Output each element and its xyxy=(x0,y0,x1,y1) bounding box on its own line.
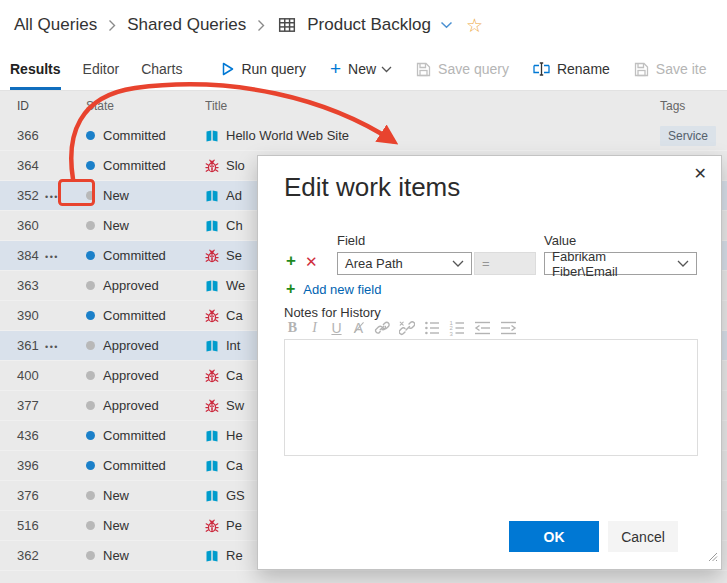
cell-state: Approved xyxy=(86,398,205,413)
state-dot-icon xyxy=(86,191,95,200)
query-menu-chevron-icon[interactable] xyxy=(440,21,453,29)
cell-state: Approved xyxy=(86,338,205,353)
value-dropdown[interactable]: Fabrikam Fiber\Email xyxy=(544,252,697,275)
unlink-icon[interactable] xyxy=(399,320,415,336)
breadcrumb: All Queries Shared Queries Product Backl… xyxy=(14,10,483,40)
close-icon[interactable]: ✕ xyxy=(694,164,707,183)
cell-id: 362 xyxy=(0,548,43,563)
richtext-toolbar: B I U A 123 xyxy=(286,320,517,336)
cell-state: Committed xyxy=(86,458,205,473)
cell-state: New xyxy=(86,518,205,533)
cell-id: 352 xyxy=(0,188,43,203)
notes-textarea[interactable] xyxy=(284,339,698,456)
cell-id: 376 xyxy=(0,488,43,503)
bulleted-list-icon[interactable] xyxy=(424,320,440,336)
backlog-item-icon xyxy=(205,339,219,353)
chevron-down-icon[interactable] xyxy=(381,66,392,73)
breadcrumb-shared-queries[interactable]: Shared Queries xyxy=(127,15,246,35)
bold-icon[interactable]: B xyxy=(286,320,299,336)
cell-id: 436 xyxy=(0,428,43,443)
cell-state: New xyxy=(86,548,205,563)
context-menu-icon[interactable]: ••• xyxy=(45,252,59,262)
command-bar: Results Editor Charts Run query + New Sa… xyxy=(0,48,727,90)
field-dropdown[interactable]: Area Path xyxy=(337,252,472,275)
bug-icon xyxy=(205,159,219,173)
save-items-button[interactable]: Save ite xyxy=(634,48,707,90)
context-menu-icon[interactable]: ••• xyxy=(45,342,59,352)
run-query-button[interactable]: Run query xyxy=(222,48,306,90)
remove-clause-icon[interactable]: ✕ xyxy=(305,253,318,271)
cell-id: 377 xyxy=(0,398,43,413)
cell-id: 516 xyxy=(0,518,43,533)
tab-results[interactable]: Results xyxy=(10,48,61,90)
state-dot-icon xyxy=(86,431,95,440)
cell-title[interactable]: Hello World Web Site xyxy=(205,128,660,143)
state-dot-icon xyxy=(86,251,95,260)
play-icon xyxy=(222,62,234,76)
numbered-list-icon[interactable]: 123 xyxy=(449,320,465,336)
resize-gripper[interactable] xyxy=(707,548,718,566)
backlog-item-icon xyxy=(205,129,219,143)
breadcrumb-current-query: Product Backlog xyxy=(307,15,431,35)
backlog-item-icon xyxy=(205,459,219,473)
cell-state: Committed xyxy=(86,428,205,443)
plus-icon: + xyxy=(330,59,341,78)
clear-format-icon[interactable]: A xyxy=(352,320,365,336)
cell-state: Committed xyxy=(86,128,205,143)
cell-state: Approved xyxy=(86,368,205,383)
indent-icon[interactable] xyxy=(500,320,517,336)
column-header-id[interactable]: ID xyxy=(0,99,43,113)
italic-icon[interactable]: I xyxy=(308,320,321,336)
backlog-item-icon xyxy=(205,489,219,503)
svg-text:3: 3 xyxy=(450,331,454,336)
cell-id: 361 xyxy=(0,338,43,353)
cell-id: 360 xyxy=(0,218,43,233)
table-row[interactable]: 366 ••• Committed Hello World Web Site S… xyxy=(0,121,727,151)
cell-state: New xyxy=(86,188,205,203)
add-clause-icon[interactable]: + xyxy=(286,251,296,271)
cell-state: Approved xyxy=(86,278,205,293)
state-dot-icon xyxy=(86,491,95,500)
state-dot-icon xyxy=(86,551,95,560)
rename-button[interactable]: Rename xyxy=(533,48,610,90)
operator-field: = xyxy=(474,252,536,275)
state-dot-icon xyxy=(86,161,95,170)
cell-state: New xyxy=(86,488,205,503)
tab-editor[interactable]: Editor xyxy=(83,48,120,90)
link-icon[interactable] xyxy=(374,320,390,336)
state-dot-icon xyxy=(86,131,95,140)
cell-id: 366 xyxy=(0,128,43,143)
ok-button[interactable]: OK xyxy=(509,521,599,552)
tab-charts[interactable]: Charts xyxy=(141,48,182,90)
chevron-right-icon xyxy=(108,19,116,32)
backlog-item-icon xyxy=(205,279,219,293)
outdent-icon[interactable] xyxy=(474,320,491,336)
edit-work-items-dialog: ✕ Edit work items + ✕ Field Area Path = … xyxy=(257,155,722,570)
plus-icon: + xyxy=(286,281,295,297)
grid-header-row: ID State Title Tags xyxy=(0,91,727,121)
state-dot-icon xyxy=(86,521,95,530)
cancel-button[interactable]: Cancel xyxy=(608,521,678,552)
cell-id: 363 xyxy=(0,278,43,293)
dialog-title: Edit work items xyxy=(284,172,460,203)
new-button[interactable]: + New xyxy=(330,48,392,90)
cell-id: 364 xyxy=(0,158,43,173)
state-dot-icon xyxy=(86,221,95,230)
backlog-item-icon xyxy=(205,549,219,563)
column-header-state[interactable]: State xyxy=(86,99,205,113)
favorite-star-icon[interactable]: ☆ xyxy=(466,16,483,35)
view-tabs: Results Editor Charts xyxy=(0,48,204,90)
bug-icon xyxy=(205,249,219,263)
underline-icon[interactable]: U xyxy=(330,320,343,336)
value-label: Value xyxy=(544,233,576,248)
column-header-tags[interactable]: Tags xyxy=(660,99,727,113)
save-query-button[interactable]: Save query xyxy=(416,48,509,90)
cell-id: 396 xyxy=(0,458,43,473)
bug-icon xyxy=(205,309,219,323)
breadcrumb-all-queries[interactable]: All Queries xyxy=(14,15,97,35)
column-header-title[interactable]: Title xyxy=(205,99,660,113)
state-dot-icon xyxy=(86,341,95,350)
add-new-field-link[interactable]: + Add new field xyxy=(286,281,381,297)
context-menu-icon[interactable]: ••• xyxy=(45,192,59,202)
backlog-item-icon xyxy=(205,429,219,443)
